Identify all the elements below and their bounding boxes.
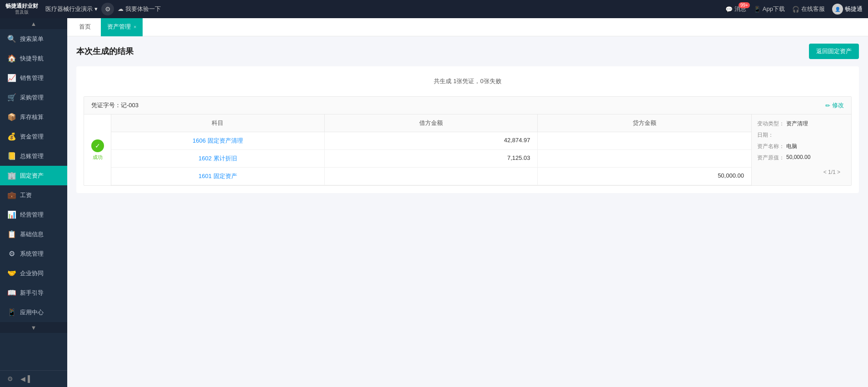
settings-button[interactable]: ⚙: [101, 3, 114, 15]
sidebar-item-payroll[interactable]: 💼 工资: [0, 185, 67, 205]
sidebar: ▲ 🔍 搜索菜单 🏠 快捷导航 📈 销售管理 🛒 采购管理 📦 库存核算 💰 资…: [0, 18, 67, 387]
side-info-change-type: 变动类型： 资产清理: [757, 120, 846, 128]
cell-credit-1: [538, 132, 751, 149]
app-label: App下载: [763, 5, 785, 13]
basic-info-icon: 📋: [7, 230, 16, 238]
tab-home[interactable]: 首页: [73, 18, 97, 36]
page-title: 本次生成的结果: [76, 46, 134, 57]
cell-subject-1[interactable]: 1606 固定资产清理: [111, 132, 325, 149]
gear-icon: ⚙: [105, 5, 111, 13]
sidebar-item-finance[interactable]: 💰 资金管理: [0, 127, 67, 146]
inventory-icon: 📦: [7, 113, 16, 121]
cell-debit-1: 42,874.97: [325, 132, 538, 149]
online-service-button[interactable]: 🎧 在线客服: [792, 5, 825, 13]
main-layout: ▲ 🔍 搜索菜单 🏠 快捷导航 📈 销售管理 🛒 采购管理 📦 库存核算 💰 资…: [0, 18, 868, 387]
voucher-table: ✓ 成功 科目 借方金额 贷方金额: [84, 114, 851, 185]
app-center-icon: 📱: [7, 308, 16, 317]
top-header: 畅捷通好业财 普及版 医疗器械行业演示 ▾ ⚙ ☁ 我要体验一下 💬 消息 99…: [0, 0, 868, 18]
sidebar-label-fixed-assets: 固定资产: [20, 172, 44, 180]
sales-icon: 📈: [7, 74, 16, 82]
page-title-row: 本次生成的结果 返回固定资产: [76, 44, 859, 59]
purchase-icon: 🛒: [7, 93, 16, 102]
collapse-icon[interactable]: ◀▐: [20, 375, 30, 382]
message-button[interactable]: 💬 消息 99+: [725, 5, 746, 13]
sidebar-item-app-center[interactable]: 📱 应用中心: [0, 303, 67, 322]
sidebar-item-fixed-assets[interactable]: 🏢 固定资产: [0, 166, 67, 185]
cloud-icon: ☁: [118, 5, 124, 12]
sidebar-label-app-center: 应用中心: [20, 308, 44, 317]
sidebar-item-guide[interactable]: 📖 新手引导: [0, 283, 67, 303]
app-download-button[interactable]: 📱 App下载: [754, 5, 785, 13]
chevron-down-icon: ▾: [94, 5, 98, 12]
sidebar-scroll-down[interactable]: ▼: [0, 322, 67, 333]
settings-bottom-icon[interactable]: ⚙: [7, 375, 13, 382]
sidebar-label-quick-nav: 快捷导航: [20, 55, 44, 63]
sidebar-label-search: 搜索菜单: [20, 35, 44, 43]
header-left: 畅捷通好业财 普及版 医疗器械行业演示 ▾ ⚙ ☁ 我要体验一下: [5, 3, 161, 15]
sidebar-item-purchase[interactable]: 🛒 采购管理: [0, 88, 67, 107]
message-badge: 99+: [739, 2, 750, 8]
sidebar-label-operations: 经营管理: [20, 211, 44, 219]
change-type-label: 变动类型：: [757, 120, 784, 128]
sidebar-item-enterprise[interactable]: 🤝 企业协同: [0, 263, 67, 283]
logo-sub: 普及版: [15, 9, 29, 15]
pagination-text[interactable]: < 1/1 >: [823, 169, 840, 175]
sidebar-item-inventory[interactable]: 📦 库存核算: [0, 107, 67, 127]
header-right: 💬 消息 99+ 📱 App下载 🎧 在线客服 👤 畅捷通: [725, 4, 863, 15]
sidebar-label-payroll: 工资: [20, 191, 32, 199]
table-row-inner: 1602 累计折旧 7,125.03: [111, 150, 751, 168]
company-name: 医疗器械行业演示: [45, 5, 93, 13]
cell-subject-2[interactable]: 1602 累计折旧: [111, 150, 325, 167]
tabs-bar: 首页 资产管理 ×: [67, 18, 868, 36]
table-row-inner: 1606 固定资产清理 42,874.97: [111, 132, 751, 150]
sidebar-item-search[interactable]: 🔍 搜索菜单: [0, 29, 67, 49]
voucher-section: 凭证字号：记-003 ✏ 修改 ✓ 成功: [84, 96, 852, 186]
sidebar-label-system: 系统管理: [20, 250, 44, 258]
sidebar-item-basic-info[interactable]: 📋 基础信息: [0, 224, 67, 244]
sidebar-item-quick-nav[interactable]: 🏠 快捷导航: [0, 49, 67, 68]
col-subject: 科目: [111, 114, 325, 132]
return-button[interactable]: 返回固定资产: [809, 44, 859, 59]
table-row: 1601 固定资产 50,000.00: [111, 168, 751, 185]
side-info-asset-name: 资产名称： 电脑: [757, 143, 846, 150]
user-avatar-area[interactable]: 👤 畅捷通: [832, 4, 863, 15]
tab-asset-label: 资产管理: [107, 23, 131, 31]
sidebar-bottom: ⚙ ◀▐: [0, 370, 67, 387]
edit-button[interactable]: ✏ 修改: [825, 101, 844, 109]
voucher-number: 凭证字号：记-003: [91, 101, 139, 109]
tab-close-icon[interactable]: ×: [134, 24, 136, 30]
result-card: 共生成 1张凭证，0张失败 凭证字号：记-003 ✏ 修改: [76, 66, 859, 193]
table-main: 科目 借方金额 贷方金额 1606 固定资产清理 42,874.97: [111, 114, 751, 185]
sidebar-item-system[interactable]: ⚙ 系统管理: [0, 244, 67, 263]
sidebar-label-sales: 销售管理: [20, 74, 44, 82]
enterprise-icon: 🤝: [7, 269, 16, 278]
tab-home-label: 首页: [79, 23, 91, 31]
service-icon: 🎧: [792, 6, 799, 13]
try-button[interactable]: ☁ 我要体验一下: [118, 5, 161, 13]
service-label: 在线客服: [801, 5, 825, 13]
tab-asset-management[interactable]: 资产管理 ×: [101, 18, 143, 36]
logo-text: 畅捷通好业财: [5, 3, 38, 9]
sidebar-scroll-up[interactable]: ▲: [0, 18, 67, 29]
sidebar-label-inventory: 库存核算: [20, 113, 44, 121]
cell-debit-2: 7,125.03: [325, 150, 538, 167]
logo-area: 畅捷通好业财 普及版: [5, 3, 38, 15]
sidebar-item-ledger[interactable]: 📒 总账管理: [0, 146, 67, 166]
sidebar-label-basic-info: 基础信息: [20, 230, 44, 238]
side-info-original-value: 资产原值： 50,000.00: [757, 154, 846, 162]
asset-name-value: 电脑: [786, 143, 797, 150]
table-header: 科目 借方金额 贷方金额: [111, 114, 751, 132]
sidebar-item-sales[interactable]: 📈 销售管理: [0, 68, 67, 88]
cell-debit-3: [325, 168, 538, 185]
edit-icon: ✏: [825, 102, 830, 109]
ledger-icon: 📒: [7, 152, 16, 160]
user-name: 畅捷通: [845, 5, 863, 13]
status-column: ✓ 成功: [84, 114, 111, 185]
change-type-value: 资产清理: [786, 120, 808, 128]
company-selector[interactable]: 医疗器械行业演示 ▾: [45, 5, 98, 13]
cell-credit-3: 50,000.00: [538, 168, 751, 185]
cell-subject-3[interactable]: 1601 固定资产: [111, 168, 325, 185]
fixed-assets-icon: 🏢: [7, 171, 16, 180]
sidebar-item-operations[interactable]: 📊 经营管理: [0, 205, 67, 224]
asset-name-label: 资产名称：: [757, 143, 784, 150]
